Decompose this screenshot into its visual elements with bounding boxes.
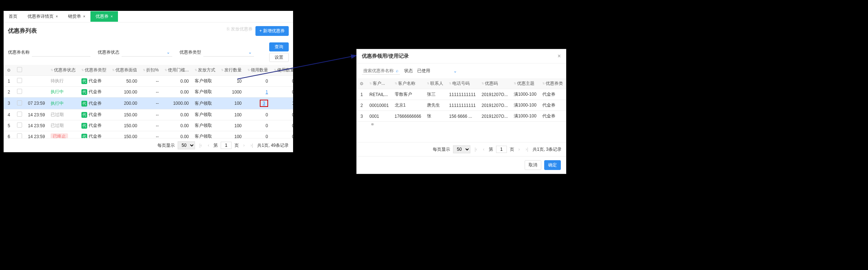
coupon-name-input[interactable] [32, 48, 90, 57]
add-coupon-button[interactable]: + 新增优惠券 [255, 26, 289, 36]
col-contact[interactable]: 联系人 [430, 81, 443, 86]
page-pre: 第 [213, 142, 218, 149]
status-dropdown[interactable]: 已使用 ⌄ [417, 68, 457, 74]
type-badge-icon: 代 [81, 134, 87, 138]
col-subject[interactable]: 优惠主题 [517, 81, 534, 86]
close-icon[interactable]: × [56, 14, 58, 18]
page-post: 页 [510, 146, 514, 153]
col-cust[interactable]: 客户... [373, 81, 385, 86]
table-row[interactable]: 1 待执行 代代金券 50.00 -- 0.00 客户领取 10 0 0 ⎋ ⊞ [4, 76, 293, 87]
coupon-table-wrap: ⚙ ⇅优惠券状态 ⇅优惠券类型 ⇅优惠券面值 ⇅折扣% ⇅使用门槛... ⇅发放… [4, 65, 293, 138]
filter-label: 优惠券类型 [179, 49, 201, 55]
col-type[interactable]: 优惠券类型 [85, 67, 106, 72]
status-badge: 已过期 [51, 112, 64, 117]
next-page-icon[interactable]: › [517, 147, 521, 152]
row-checkbox[interactable] [17, 112, 22, 117]
page-post: 页 [234, 142, 239, 149]
filter-type: 优惠券类型 ⌄ [179, 48, 254, 57]
coupon-list-panel: 首页 优惠券详情页× 销货单× 优惠券× 优惠券列表 ⎘ 发放优惠券 + 新增优… [4, 11, 293, 152]
status-dropdown[interactable]: ⌄ [122, 48, 172, 57]
type-dropdown[interactable]: ⌄ [203, 48, 254, 57]
first-page-icon[interactable]: |‹ [473, 147, 479, 152]
page-pre: 第 [489, 146, 493, 153]
col-ctype[interactable]: 优惠券类 [546, 81, 563, 86]
filter-label: 优惠券状态 [98, 49, 119, 55]
col-discount[interactable]: 折扣% [146, 67, 159, 72]
page-input[interactable] [496, 146, 507, 153]
per-page-label: 每页显示 [157, 142, 175, 149]
page-size-select[interactable]: 50 [178, 141, 195, 149]
type-badge-icon: 代 [81, 123, 87, 129]
horizontal-scrollbar[interactable] [371, 123, 374, 125]
claimed-link[interactable]: 1 [266, 90, 268, 95]
col-method[interactable]: 发放方式 [198, 67, 215, 72]
page-size-select[interactable]: 50 [453, 145, 470, 153]
status-badge: 已终止 [51, 133, 68, 138]
status-badge: 执行中 [51, 101, 64, 106]
col-threshold[interactable]: 使用门槛... [168, 67, 189, 72]
col-face[interactable]: 优惠券面值 [115, 67, 137, 72]
select-all-checkbox[interactable] [17, 67, 22, 72]
page-title: 优惠券列表 [8, 27, 37, 35]
row-checkbox[interactable] [17, 133, 22, 138]
query-button[interactable]: 查询 [269, 42, 289, 51]
prev-page-icon[interactable]: ‹ [482, 147, 486, 152]
search-icon[interactable]: ⌕ [396, 68, 398, 73]
table-row[interactable]: 5 14 23:59 已过期 代代金券 150.00 -- 0.00 客户领取 … [4, 120, 293, 131]
tab-sales-order[interactable]: 销货单× [63, 11, 90, 22]
page-input[interactable] [221, 142, 232, 149]
status-value: 已使用 [417, 68, 430, 74]
table-row[interactable]: 1 RETAIL... 零散客户 张三 11111111111 20191207… [357, 89, 566, 100]
filter-name: 优惠券名称 [8, 48, 90, 57]
close-icon[interactable]: × [83, 14, 85, 18]
table-row[interactable]: 2 执行中 代代金券 100.00 -- 0.00 客户领取 1000 1 0 … [4, 87, 293, 97]
gear-icon[interactable]: ⚙ [360, 81, 364, 86]
first-page-icon[interactable]: |‹ [198, 143, 203, 148]
tab-label: 优惠券 [96, 14, 109, 19]
table-row[interactable]: 3 0001 17666666666 张 156 6666 ... 201912… [357, 111, 566, 122]
last-page-icon[interactable]: ›| [249, 143, 254, 148]
table-row[interactable]: 2 00010001 北京1 唐先生 11111111111 20191207O… [357, 100, 566, 111]
close-icon[interactable]: × [111, 14, 113, 18]
confirm-button[interactable]: 确定 [544, 160, 561, 170]
last-page-icon[interactable]: ›| [524, 147, 530, 152]
table-row[interactable]: 6 14 23:59 已终止 代代金券 150.00 -- 0.00 客户领取 … [4, 131, 293, 138]
col-phone[interactable]: 电话号码 [452, 81, 470, 86]
type-badge-icon: 代 [81, 78, 87, 84]
usage-records-modal: 优惠券领用/使用记录 × ⌕ 状态 已使用 ⌄ ⚙ ⇅客户... ⇅客户名称 ⇅… [356, 49, 566, 174]
prev-page-icon[interactable]: ‹ [206, 143, 211, 148]
col-code[interactable]: 优惠码 [485, 81, 498, 86]
row-checkbox[interactable] [17, 89, 22, 94]
search-box[interactable]: ⌕ [362, 67, 400, 75]
claimed-highlight[interactable]: 3 [260, 100, 268, 107]
row-checkbox[interactable] [17, 78, 22, 83]
filter-bar: 优惠券名称 优惠券状态 ⌄ 优惠券类型 ⌄ 查询 设置 [4, 40, 293, 65]
gear-icon[interactable]: ⚙ [7, 68, 11, 73]
modal-pagination: 每页显示 50 |‹ ‹ 第 页 › ›| 共1页, 3条记录 [357, 142, 566, 156]
col-issued[interactable]: 发行数量 [224, 67, 242, 72]
cancel-button[interactable]: 取消 [525, 160, 541, 170]
col-used[interactable]: 使用数量 [277, 67, 293, 72]
tab-label: 销货单 [68, 14, 81, 19]
filter-label: 优惠券名称 [8, 49, 30, 55]
table-row[interactable]: 3 07 23:59 执行中 代代金券 200.00 -- 1000.00 客户… [4, 97, 293, 109]
tab-coupon[interactable]: 优惠券× [90, 11, 118, 22]
close-icon[interactable]: × [558, 53, 561, 59]
row-checkbox[interactable] [17, 122, 22, 128]
type-badge-icon: 代 [81, 89, 87, 95]
col-cname[interactable]: 客户名称 [398, 81, 415, 86]
col-claimed[interactable]: 领用数量 [251, 67, 268, 72]
tab-home[interactable]: 首页 [4, 11, 22, 22]
settings-button[interactable]: 设置 [269, 53, 289, 62]
search-input[interactable] [363, 68, 396, 73]
modal-filters: ⌕ 状态 已使用 ⌄ [357, 63, 566, 78]
next-page-icon[interactable]: › [242, 143, 246, 148]
row-checkbox[interactable] [17, 100, 22, 105]
filter-buttons: 查询 设置 [269, 42, 289, 62]
col-status[interactable]: 优惠券状态 [54, 67, 76, 72]
table-row[interactable]: 4 14 23:59 已过期 代代金券 150.00 -- 0.00 客户领取 … [4, 109, 293, 120]
issue-coupon-button[interactable]: ⎘ 发放优惠券 [227, 26, 252, 36]
modal-header: 优惠券领用/使用记录 × [357, 49, 566, 63]
tab-coupon-detail[interactable]: 优惠券详情页× [22, 11, 63, 22]
per-page-label: 每页显示 [433, 146, 450, 153]
